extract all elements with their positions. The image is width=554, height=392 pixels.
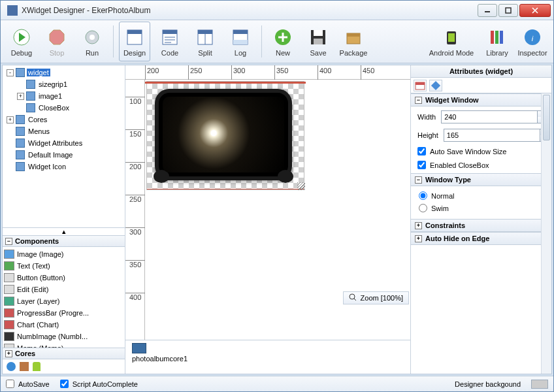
main-toolbar: Debug Stop Run Design Code Split Log New… — [1, 20, 553, 63]
component-item[interactable]: Text (Text) — [4, 260, 123, 272]
svg-rect-8 — [163, 30, 177, 34]
info-icon: i — [522, 27, 543, 48]
windowtype-swim-radio[interactable]: Swim — [419, 204, 545, 212]
group-widget-window[interactable]: −Widget Window — [411, 93, 551, 106]
log-icon — [230, 27, 251, 48]
run-button[interactable]: Run — [76, 22, 108, 61]
zoom-indicator[interactable]: Zoom [100%] — [343, 291, 409, 304]
search-icon — [349, 293, 357, 302]
log-button[interactable]: Log — [225, 22, 256, 61]
code-icon — [159, 27, 180, 48]
windowtype-normal-radio[interactable]: Normal — [419, 191, 545, 200]
core-icon[interactable] — [7, 362, 16, 371]
maximize-button[interactable] — [498, 4, 518, 17]
package-icon — [343, 27, 364, 48]
cores-body — [3, 359, 125, 374]
autosave-checkbox[interactable]: AutoSave — [6, 380, 50, 388]
width-label: Width — [417, 113, 436, 121]
save-icon — [308, 27, 329, 48]
attributes-tab-1[interactable] — [414, 80, 427, 91]
component-item[interactable]: Image (Image) — [4, 248, 123, 260]
svg-rect-13 — [233, 30, 248, 34]
canvas-area: 200250300350400450 501001502002503003504… — [125, 65, 410, 374]
widget-tree[interactable]: -widgetsizegrip1+image1CloseBox+CoresMen… — [3, 65, 125, 227]
svg-rect-10 — [198, 30, 212, 34]
component-item[interactable]: Layer (Layer) — [4, 295, 123, 307]
component-item[interactable]: Memo (Memo) — [4, 342, 123, 348]
cores-thumbnails: photoalbumcore1 — [125, 340, 410, 374]
tree-item[interactable]: +image1 — [4, 90, 123, 102]
design-button[interactable]: Design — [119, 22, 150, 61]
status-bar: AutoSave Script AutoComplete Designer ba… — [1, 376, 553, 391]
core-icon[interactable] — [20, 362, 29, 371]
tree-item[interactable]: Menus — [4, 125, 123, 137]
core-icon[interactable] — [33, 362, 41, 371]
svg-rect-22 — [448, 33, 455, 42]
height-input[interactable]: ▲▼ — [444, 129, 551, 142]
inspector-button[interactable]: iInspector — [517, 22, 548, 61]
background-color-swatch[interactable] — [531, 380, 548, 389]
stop-button[interactable]: Stop — [41, 22, 73, 61]
enable-closebox-checkbox[interactable]: Enabled CloseBox — [417, 161, 545, 169]
split-icon — [195, 27, 216, 48]
zoom-label: Zoom [100%] — [361, 294, 403, 302]
tree-item[interactable]: -widget — [4, 67, 123, 78]
svg-rect-20 — [347, 33, 360, 37]
collapse-handle[interactable]: ▴ — [3, 227, 125, 235]
split-button[interactable]: Split — [189, 22, 221, 61]
library-button[interactable]: Library — [481, 22, 513, 61]
autosave-window-checkbox[interactable]: Auto Save Window Size — [417, 147, 545, 155]
resize-handle[interactable] — [297, 182, 305, 190]
tree-item[interactable]: Widget Icon — [4, 161, 123, 172]
group-autohide[interactable]: +Auto Hide on Edge — [411, 232, 551, 245]
svg-point-28 — [350, 294, 355, 299]
new-button[interactable]: New — [267, 22, 299, 61]
script-autocomplete-checkbox[interactable]: Script AutoComplete — [60, 380, 138, 388]
stop-icon — [46, 27, 67, 48]
svg-rect-18 — [314, 39, 323, 44]
svg-rect-23 — [491, 31, 494, 44]
component-item[interactable]: NumbImage (NumbI... — [4, 331, 123, 342]
tree-item[interactable]: CloseBox — [4, 102, 123, 114]
components-list[interactable]: Image (Image)Text (Text)Button (Button)E… — [3, 247, 125, 348]
component-item[interactable]: Edit (Edit) — [4, 284, 123, 295]
debug-button[interactable]: Debug — [6, 22, 37, 61]
cores-header[interactable]: +Cores — [3, 348, 125, 359]
attributes-scrollbar[interactable] — [541, 93, 551, 374]
library-icon — [487, 27, 508, 48]
component-item[interactable]: Button (Button) — [4, 272, 123, 284]
width-input[interactable]: ▲▼ — [441, 110, 548, 123]
svg-rect-6 — [127, 30, 142, 34]
code-button[interactable]: Code — [154, 22, 186, 61]
svg-rect-31 — [431, 81, 440, 90]
svg-rect-25 — [500, 31, 503, 44]
group-window-type[interactable]: −Window Type — [411, 173, 551, 186]
image-preview[interactable] — [155, 89, 292, 180]
core-thumbnail[interactable] — [132, 343, 146, 353]
close-button[interactable] — [519, 4, 551, 17]
component-item[interactable]: ProgressBar (Progre... — [4, 307, 123, 319]
save-button[interactable]: Save — [302, 22, 334, 61]
svg-rect-17 — [314, 30, 323, 36]
attributes-tab-2[interactable] — [429, 80, 442, 91]
height-label: Height — [417, 131, 438, 139]
component-item[interactable]: Chart (Chart) — [4, 319, 123, 331]
package-button[interactable]: Package — [338, 22, 369, 61]
tree-item[interactable]: Default Image — [4, 149, 123, 161]
vertical-ruler: 50100150200250300350400 — [125, 80, 145, 340]
tree-item[interactable]: sizegrip1 — [4, 78, 123, 90]
svg-rect-30 — [416, 82, 425, 85]
components-header[interactable]: −Components — [3, 235, 125, 247]
tree-item[interactable]: +Cores — [4, 114, 123, 125]
titlebar: XWidget Designer - EkerPhotoAlbum — [1, 1, 553, 20]
group-constraints[interactable]: +Constraints — [411, 219, 551, 232]
window-title: XWidget Designer - EkerPhotoAlbum — [22, 6, 478, 15]
minimize-button[interactable] — [478, 4, 497, 17]
android-mode-button[interactable]: Android Mode — [425, 22, 478, 61]
widget-bounds[interactable] — [147, 82, 304, 189]
tree-item[interactable]: Widget Attributes — [4, 137, 123, 149]
prop-height: Height ▲▼ — [417, 129, 545, 142]
prop-width: Width ▲▼ — [417, 110, 545, 123]
design-stage[interactable]: Zoom [100%] — [145, 80, 410, 340]
app-icon — [7, 5, 18, 16]
